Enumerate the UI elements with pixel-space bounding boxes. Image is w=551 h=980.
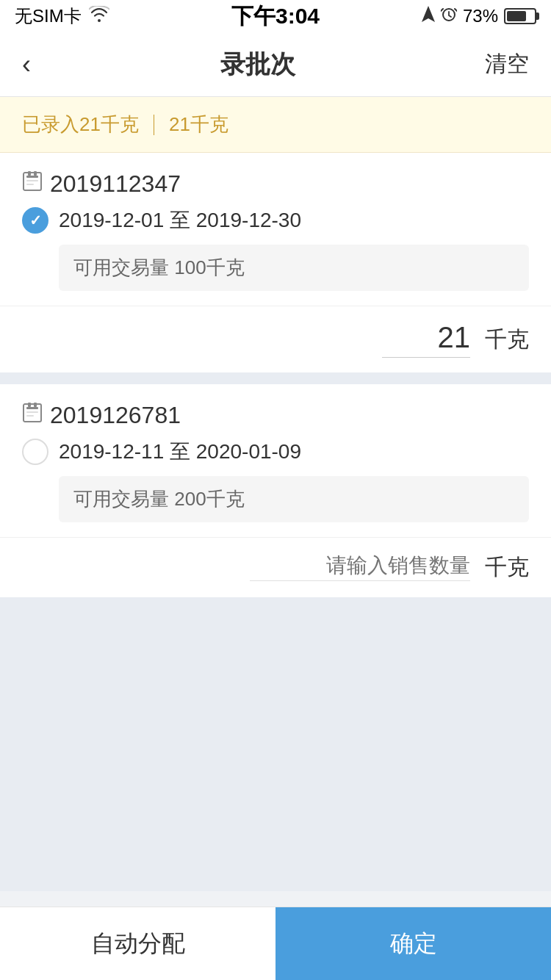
carrier-text: 无SIM卡 bbox=[15, 4, 82, 28]
auto-distribute-button[interactable]: 自动分配 bbox=[0, 907, 276, 980]
batch-2-date-row: 2019-12-11 至 2020-01-09 bbox=[22, 438, 529, 466]
batch-item-1: 2019112347 2019-12-01 至 2019-12-30 可用交易量… bbox=[0, 153, 551, 306]
recorded-amount-label: 已录入21千克 bbox=[22, 112, 139, 137]
svg-rect-5 bbox=[28, 171, 31, 176]
location-icon bbox=[422, 6, 435, 26]
batch-1-number: 2019112347 bbox=[50, 170, 181, 198]
clear-button[interactable]: 清空 bbox=[485, 49, 529, 79]
status-bar: 无SIM卡 下午3:04 73% bbox=[0, 0, 551, 32]
status-right: 73% bbox=[422, 6, 536, 26]
back-button[interactable]: ‹ bbox=[22, 49, 31, 80]
batch-1-header: 2019112347 bbox=[22, 170, 529, 198]
batch-1-checkbox[interactable] bbox=[22, 207, 48, 234]
svg-rect-9 bbox=[26, 411, 38, 413]
confirm-button[interactable]: 确定 bbox=[276, 907, 551, 980]
batch-item-2: 2019126781 2019-12-11 至 2020-01-09 可用交易量… bbox=[0, 384, 551, 537]
info-bar: 已录入21千克 21千克 bbox=[0, 97, 551, 153]
svg-rect-12 bbox=[34, 403, 37, 407]
batch-1-unit: 千克 bbox=[485, 325, 529, 355]
batch-2-unit: 千克 bbox=[485, 552, 529, 583]
batch-1-amount-row: 千克 bbox=[0, 306, 551, 372]
batch-1-amount-underline bbox=[382, 321, 470, 358]
empty-area bbox=[0, 597, 551, 891]
svg-rect-8 bbox=[26, 407, 38, 409]
page-title: 录批次 bbox=[220, 48, 295, 82]
batch-1-doc-icon bbox=[22, 171, 43, 197]
section-separator bbox=[0, 372, 551, 384]
battery-icon bbox=[504, 8, 536, 24]
svg-rect-6 bbox=[34, 171, 37, 176]
batch-2-header: 2019126781 bbox=[22, 402, 529, 429]
recorded-amount-value: 21千克 bbox=[169, 112, 228, 137]
batch-2-date: 2019-12-11 至 2020-01-09 bbox=[59, 438, 301, 466]
batch-2-number: 2019126781 bbox=[50, 402, 181, 429]
batch-2-input-row: 千克 bbox=[0, 537, 551, 597]
batch-2-checkbox[interactable] bbox=[22, 439, 48, 465]
batch-1-date: 2019-12-01 至 2019-12-30 bbox=[59, 206, 301, 234]
batch-2-input-underline[interactable] bbox=[250, 554, 470, 581]
svg-rect-3 bbox=[26, 180, 38, 181]
svg-rect-2 bbox=[26, 176, 38, 178]
status-left: 无SIM卡 bbox=[15, 4, 109, 28]
bottom-bar: 自动分配 确定 bbox=[0, 907, 551, 980]
info-divider bbox=[154, 115, 154, 135]
wifi-icon bbox=[89, 6, 109, 26]
batch-1-date-row: 2019-12-01 至 2019-12-30 bbox=[22, 206, 529, 234]
batch-1-amount-input[interactable] bbox=[382, 321, 470, 354]
nav-bar: ‹ 录批次 清空 bbox=[0, 32, 551, 97]
battery-percent: 73% bbox=[463, 6, 498, 26]
status-time: 下午3:04 bbox=[231, 1, 320, 32]
batch-2-doc-icon bbox=[22, 403, 43, 428]
svg-rect-4 bbox=[26, 184, 34, 185]
batch-2-qty-input[interactable] bbox=[250, 554, 470, 577]
svg-rect-10 bbox=[26, 415, 34, 417]
alarm-icon bbox=[441, 6, 457, 26]
batch-1-qty: 可用交易量 100千克 bbox=[59, 245, 529, 291]
svg-rect-11 bbox=[28, 403, 31, 407]
batch-2-qty: 可用交易量 200千克 bbox=[59, 476, 529, 522]
